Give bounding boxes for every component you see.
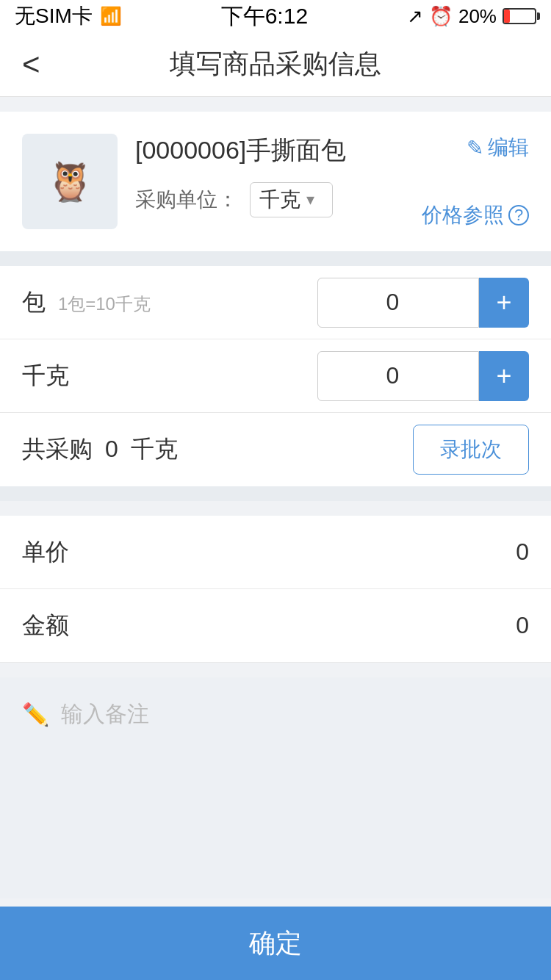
chevron-down-icon: ▾ [306,190,314,209]
pencil-icon: ✏️ [22,702,49,727]
product-card: 🦉 [0000006]手撕面包 采购单位： 千克 ▾ ✎ 编辑 价格参照 ? [0,112,551,251]
price-section: 单价 0 金额 0 [0,516,551,663]
alarm-icon: ⏰ [429,5,453,28]
price-ref-label: 价格参照 [422,201,504,229]
battery-icon [503,8,536,24]
summary-prefix: 共采购 [22,436,93,462]
kg-label: 千克 [22,360,317,392]
kg-plus-button[interactable]: + [479,351,529,401]
bao-label-group: 包 1包=10千克 [22,287,317,319]
nav-bar: < 填写商品采购信息 [0,32,551,97]
status-bar: 无SIM卡 📶 下午6:12 ↗ ⏰ 20% [0,0,551,32]
kg-input[interactable] [317,351,479,401]
unit-price-label: 单价 [22,536,516,569]
unit-price-value: 0 [516,538,529,566]
kg-input-wrap: + [317,351,529,401]
bao-label: 包 [22,289,46,315]
unit-label: 采购单位： [135,186,238,214]
bottom-fill-area [0,752,551,898]
summary-unit: 千克 [131,436,178,462]
back-button[interactable]: < [22,47,40,82]
summary-amount: 0 [105,436,118,462]
bao-input-row: 包 1包=10千克 + [0,266,551,339]
price-reference-button[interactable]: 价格参照 ? [422,201,529,229]
bao-input-wrap: + [317,278,529,328]
edit-button[interactable]: ✎ 编辑 [467,134,529,162]
status-right: ↗ ⏰ 20% [407,5,536,28]
kg-input-row: 千克 + [0,339,551,413]
edit-icon: ✎ [467,136,483,160]
summary-row: 共采购 0 千克 录批次 [0,413,551,486]
confirm-button[interactable]: 确定 [0,907,551,980]
amount-row: 金额 0 [0,589,551,663]
product-thumbnail: 🦉 [46,159,94,204]
bao-input[interactable] [317,278,479,328]
remark-section[interactable]: ✏️ 输入备注 [0,677,551,752]
summary-text: 共采购 0 千克 [22,433,413,466]
status-time: 下午6:12 [221,1,308,32]
section-divider-2 [0,486,551,501]
product-image: 🦉 [22,134,118,229]
carrier-label: 无SIM卡 [15,2,93,30]
bao-plus-button[interactable]: + [479,278,529,328]
status-left: 无SIM卡 📶 [15,2,122,30]
unit-value: 千克 [259,186,300,214]
location-icon: ↗ [407,5,423,28]
input-section: 包 1包=10千克 + 千克 + [0,266,551,413]
unit-select-dropdown[interactable]: 千克 ▾ [250,182,333,217]
battery-fill [504,10,510,23]
unit-price-row: 单价 0 [0,516,551,589]
amount-label: 金额 [22,610,516,642]
batch-button[interactable]: 录批次 [413,425,529,475]
page-title: 填写商品采购信息 [170,46,381,82]
help-icon: ? [508,205,529,226]
amount-value: 0 [516,612,529,639]
section-divider-1 [0,251,551,266]
plus-icon-2: + [496,361,511,392]
bao-sublabel: 1包=10千克 [58,294,151,314]
battery-label: 20% [458,5,497,28]
plus-icon: + [496,287,511,318]
wifi-icon: 📶 [100,6,122,26]
remark-placeholder: 输入备注 [61,699,149,729]
